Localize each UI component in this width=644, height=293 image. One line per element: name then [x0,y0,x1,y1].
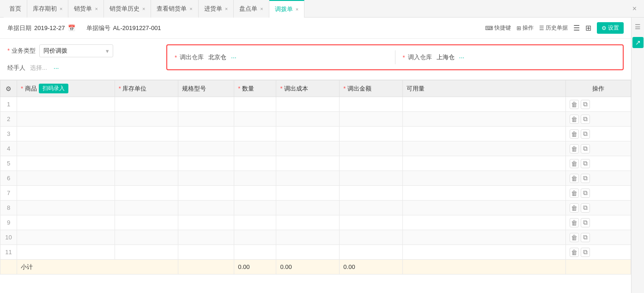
copy-row-btn[interactable]: ⧉ [581,203,590,213]
tab-inventory-check-close[interactable]: × [260,6,263,12]
window-close-button[interactable]: × [629,5,640,13]
table-container: ⚙ * 商品 扫码录入 * 库存单位 规格型号 [0,80,631,293]
delete-row-btn[interactable]: 🗑 [570,174,579,183]
th-qty: * 数量 [234,80,276,97]
copy-row-btn[interactable]: ⧉ [581,174,590,183]
table-row: 7🗑⧉ [0,186,631,201]
business-type-select[interactable]: 同价调拨 ▾ [39,44,113,57]
delete-row-btn[interactable]: 🗑 [570,100,579,109]
layout-list-icon[interactable]: ☰ [573,24,580,32]
copy-row-btn[interactable]: ⧉ [581,115,590,124]
number-field: 单据编号 AL-20191227-001 [86,24,161,32]
in-warehouse-item: * 调入仓库 上海仓 ··· [403,53,616,61]
form-left: * 业务类型 同价调拨 ▾ 经手人 选择... ··· [7,44,155,74]
th-spec: 规格型号 [178,80,234,97]
header-row: 单据日期 2019-12-27 📅 单据编号 AL-20191227-001 ⌨… [0,18,631,39]
handler-more-btn[interactable]: ··· [54,64,59,72]
table-row: 8🗑⧉ [0,201,631,215]
th-unit: * 库存单位 [115,80,178,97]
table-row: 3🗑⧉ [0,127,631,141]
date-field: 单据日期 2019-12-27 📅 [7,24,75,32]
copy-row-btn[interactable]: ⧉ [581,248,590,257]
subtotal-qty: 0.00 [234,260,276,275]
th-amount: * 调出金额 [340,80,403,97]
tab-inventory-init[interactable]: 库存期初 × [27,0,68,18]
subtotal-cost: 0.00 [276,260,340,275]
operations-btn[interactable]: ⊞ 操作 [516,24,534,32]
th-settings: ⚙ [0,80,17,97]
copy-row-btn[interactable]: ⧉ [581,100,590,109]
history-icon: ☰ [539,25,544,31]
order-number-value: AL-20191227-001 [113,24,161,31]
delete-row-btn[interactable]: 🗑 [570,144,579,153]
in-warehouse-more-btn[interactable]: ··· [459,54,465,61]
content-area: 单据日期 2019-12-27 📅 单据编号 AL-20191227-001 ⌨… [0,18,631,293]
copy-row-btn[interactable]: ⧉ [581,129,590,139]
calendar-icon[interactable]: 📅 [68,24,75,31]
table-row: 11🗑⧉ [0,245,631,260]
delete-row-btn[interactable]: 🗑 [570,129,579,139]
history-btn[interactable]: ☰ 历史单据 [539,24,568,32]
tab-transfer-order[interactable]: 调拨单 × [269,0,304,18]
scan-button[interactable]: 扫码录入 [39,84,68,93]
tab-inventory-check[interactable]: 盘点单 × [234,0,269,18]
handler-select[interactable]: 选择... [29,62,48,74]
tab-sales-history[interactable]: 销货单历史 × [104,0,151,18]
table-row: 10🗑⧉ [0,230,631,245]
keyboard-icon: ⌨ [485,25,493,31]
delete-row-btn[interactable]: 🗑 [570,189,579,198]
copy-row-btn[interactable]: ⧉ [581,218,590,227]
delete-row-btn[interactable]: 🗑 [570,248,579,257]
copy-row-btn[interactable]: ⧉ [581,189,590,198]
date-value[interactable]: 2019-12-27 [34,24,65,31]
tab-sales-order[interactable]: 销货单 × [68,0,103,18]
sidebar-export-icon[interactable]: ↗ [632,37,644,48]
grid-icon: ⊞ [516,25,521,31]
th-available: 可用量 [403,80,566,97]
th-product: * 商品 扫码录入 [17,80,115,97]
gear-icon: ⚙ [601,25,607,31]
delete-row-btn[interactable]: 🗑 [570,233,579,242]
tab-purchase-order-close[interactable]: × [225,6,228,12]
out-warehouse-more-btn[interactable]: ··· [231,54,237,61]
dropdown-arrow-icon: ▾ [106,48,109,55]
table-header-row: ⚙ * 商品 扫码录入 * 库存单位 规格型号 [0,80,631,97]
tab-purchase-order[interactable]: 进货单 × [199,0,234,18]
shortcuts-btn[interactable]: ⌨ 快捷键 [485,24,511,32]
copy-row-btn[interactable]: ⧉ [581,144,590,153]
tab-home[interactable]: 首页 [4,0,27,18]
sidebar-list-icon[interactable]: ☰ [632,21,644,32]
table-row: 6🗑⧉ [0,171,631,186]
subtotal-row: 小计 0.00 0.00 0.00 [0,260,631,275]
tab-sales-history-close[interactable]: × [142,6,145,12]
table-row: 4🗑⧉ [0,141,631,156]
items-table: ⚙ * 商品 扫码录入 * 库存单位 规格型号 [0,80,631,275]
warehouse-box: * 调出仓库 北京仓 ··· * 调入仓库 上海仓 ··· [166,44,624,70]
tab-view-sales[interactable]: 查看销货单 × [151,0,198,18]
tab-sales-order-close[interactable]: × [95,6,97,12]
table-gear-icon[interactable]: ⚙ [6,85,12,92]
delete-row-btn[interactable]: 🗑 [570,203,579,213]
delete-row-btn[interactable]: 🗑 [570,159,579,168]
th-actions: 操作 [565,80,631,97]
tab-view-sales-close[interactable]: × [189,6,192,12]
copy-row-btn[interactable]: ⧉ [581,233,590,242]
settings-button[interactable]: ⚙ 设置 [597,22,624,34]
tab-bar: 首页 库存期初 × 销货单 × 销货单历史 × 查看销货单 × 进货单 × 盘点… [0,0,644,18]
delete-row-btn[interactable]: 🗑 [570,115,579,124]
tab-inventory-init-close[interactable]: × [60,6,62,12]
table-row: 5🗑⧉ [0,156,631,171]
table-row: 2🗑⧉ [0,112,631,127]
subtotal-amount: 0.00 [340,260,403,275]
out-warehouse-value[interactable]: 北京仓 [208,53,226,61]
layout-grid-icon[interactable]: ⊞ [585,24,591,32]
delete-row-btn[interactable]: 🗑 [570,218,579,227]
subtotal-label: 小计 [21,263,33,270]
copy-row-btn[interactable]: ⧉ [581,159,590,168]
right-sidebar: ☰ ↗ [631,18,644,293]
tab-transfer-order-close[interactable]: × [296,6,298,12]
th-cost: * 调出成本 [276,80,340,97]
in-warehouse-value[interactable]: 上海仓 [437,53,455,61]
table-row: 1🗑⧉ [0,97,631,112]
business-type-field: * 业务类型 同价调拨 ▾ [7,44,155,57]
